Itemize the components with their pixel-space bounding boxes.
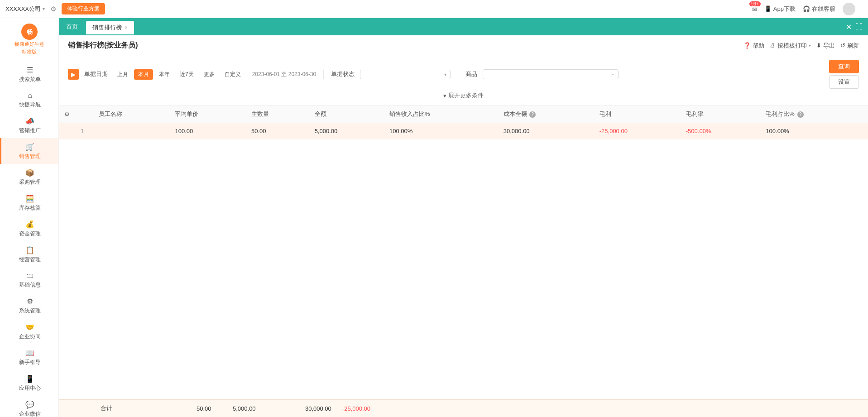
sidebar-logo: 畅 畅康通好生意 标准版 — [0, 18, 58, 61]
sidebar-item-search-order[interactable]: ☰ 搜索菜单 — [0, 61, 58, 87]
sidebar: 畅 畅康通好生意 标准版 ☰ 搜索菜单 ⌂ 快捷导航 📣 营销推广 🛒 销售管理… — [0, 18, 59, 417]
finance-icon: 💰 — [25, 220, 34, 229]
footer-amount: 5,000.00 — [227, 405, 264, 412]
page-actions: ❓ 帮助 🖨 按模板打印 ▾ ⬇ 导出 ↺ 刷新 — [743, 42, 859, 50]
cost-info-icon[interactable]: ? — [529, 111, 536, 118]
tab-close-icon[interactable]: × — [125, 24, 128, 31]
sidebar-item-wechat[interactable]: 💬 企业微信 — [0, 396, 58, 417]
tab-expand-icon[interactable]: ⛶ — [855, 23, 863, 31]
filter-separator-2 — [458, 70, 458, 79]
query-button[interactable]: 查询 — [829, 60, 859, 73]
row-settings — [59, 123, 75, 139]
online-service-button[interactable]: 🎧 在线客服 — [803, 5, 835, 13]
app-download-button[interactable]: 📱 App下载 — [764, 5, 796, 13]
export-button[interactable]: ⬇ 导出 — [816, 42, 835, 50]
avatar[interactable] — [843, 3, 855, 15]
table-body: 1 100.00 50.00 5,000.00 100.00% 30,000.0… — [59, 123, 868, 139]
sidebar-item-quick-nav[interactable]: ⌂ 快捷导航 — [0, 87, 58, 112]
goods-select[interactable]: ··· — [483, 69, 619, 79]
sidebar-item-system[interactable]: ⚙ 系统管理 — [0, 292, 58, 318]
main-layout: 畅 畅康通好生意 标准版 ☰ 搜索菜单 ⌂ 快捷导航 📣 营销推广 🛒 销售管理… — [0, 18, 868, 417]
filter-row-1: ▶ 单据日期 上月 本月 本年 近7天 更多 自定义 2023-06-01 至 … — [68, 60, 859, 89]
sidebar-item-label: 资金管理 — [19, 230, 41, 238]
row-gross-rate: -500.00% — [681, 123, 761, 139]
top-right-actions: ✉ 99+ 📱 App下载 🎧 在线客服 — [752, 3, 863, 15]
footer-gross: -25,000.00 — [337, 405, 376, 412]
company-name: XXXXXX公司 — [5, 5, 41, 13]
filter-expand-icon[interactable]: ▶ — [68, 69, 79, 80]
chevron-down-icon: ▾ — [43, 6, 45, 11]
date-btn-last-month[interactable]: 上月 — [113, 69, 132, 80]
search-icon: ☰ — [27, 66, 33, 74]
row-rank: 1 — [75, 123, 93, 139]
sidebar-item-basic-info[interactable]: 🗃 基础信息 — [0, 267, 58, 292]
settings-button[interactable]: 设置 — [829, 75, 859, 89]
sidebar-item-purchase[interactable]: 📦 采购管理 — [0, 164, 58, 190]
table-footer: 合计 50.00 5,000.00 30,000.00 -25,000.00 — [59, 399, 868, 417]
help-icon: ❓ — [743, 42, 751, 49]
print-button[interactable]: 🖨 按模板打印 ▾ — [770, 42, 811, 50]
print-icon: 🖨 — [770, 42, 776, 49]
sidebar-item-label: 新手引导 — [19, 359, 41, 366]
footer-label: 合计 — [64, 404, 155, 412]
gear-icon[interactable]: ⚙ — [50, 5, 56, 13]
sidebar-item-inventory[interactable]: 🧮 库存核算 — [0, 190, 58, 216]
gross-pct-info-icon[interactable]: ? — [797, 111, 804, 118]
date-btn-custom[interactable]: 自定义 — [221, 69, 245, 80]
refresh-button[interactable]: ↺ 刷新 — [840, 42, 859, 50]
headset-icon: 🎧 — [803, 5, 810, 12]
filter-bar: ▶ 单据日期 上月 本月 本年 近7天 更多 自定义 2023-06-01 至 … — [59, 55, 868, 105]
footer-cost: 30,000.00 — [300, 405, 337, 412]
row-gross-pct: 100.00% — [760, 123, 868, 139]
home-icon: ⌂ — [28, 91, 32, 100]
status-select[interactable]: ▾ — [360, 70, 451, 79]
date-btn-more[interactable]: 更多 — [200, 69, 219, 80]
clipboard-icon: 📋 — [25, 246, 34, 254]
filter-separator — [323, 70, 324, 79]
row-sales-pct: 100.00% — [384, 123, 498, 139]
col-employee-name: 员工名称 — [93, 105, 169, 123]
help-button[interactable]: ❓ 帮助 — [743, 42, 764, 50]
expand-conditions-row: ▾ 展开更多条件 — [68, 89, 859, 101]
col-gross: 毛利 — [594, 105, 681, 123]
svg-text:畅: 畅 — [26, 29, 32, 35]
cart-icon: 🛒 — [25, 143, 34, 151]
megaphone-icon: 📣 — [25, 117, 34, 125]
footer-avg-price — [155, 405, 191, 412]
col-rank — [75, 105, 93, 123]
message-button[interactable]: ✉ 99+ — [752, 4, 757, 14]
col-cost: 成本全额 ? — [498, 105, 594, 123]
status-label: 单据状态 — [331, 70, 355, 78]
tab-close-window-icon[interactable]: ✕ — [846, 23, 852, 31]
table-row: 1 100.00 50.00 5,000.00 100.00% 30,000.0… — [59, 123, 868, 139]
message-badge: 99+ — [749, 1, 761, 6]
tab-home[interactable]: 首页 — [59, 18, 85, 35]
sidebar-item-app-center[interactable]: 📱 应用中心 — [0, 370, 58, 396]
sidebar-item-marketing[interactable]: 📣 营销推广 — [0, 112, 58, 138]
sidebar-item-label: 系统管理 — [19, 307, 41, 315]
sidebar-item-enterprise[interactable]: 🤝 企业协同 — [0, 318, 58, 344]
sidebar-item-operations[interactable]: 📋 经营管理 — [0, 241, 58, 267]
page-content: 销售排行榜(按业务员) ❓ 帮助 🖨 按模板打印 ▾ ⬇ 导出 — [59, 35, 868, 417]
tab-sales-ranking[interactable]: 销售排行榜 × — [86, 21, 134, 34]
expand-conditions-button[interactable]: ▾ 展开更多条件 — [443, 91, 484, 100]
col-settings[interactable]: ⚙ — [59, 105, 75, 123]
date-btn-this-year[interactable]: 本年 — [155, 69, 174, 80]
date-btn-last-7-days[interactable]: 近7天 — [176, 69, 198, 80]
print-arrow-icon: ▾ — [809, 43, 811, 48]
sidebar-item-sales[interactable]: 🛒 销售管理 — [0, 138, 58, 164]
logo-subtitle: 标准版 — [22, 48, 37, 55]
sidebar-item-finance[interactable]: 💰 资金管理 — [0, 216, 58, 241]
table-wrap: ⚙ 员工名称 平均单价 主数量 全额 销售收入占比% 成本全额 ? 毛利 — [59, 105, 868, 399]
goods-dots-icon: ··· — [610, 72, 614, 77]
sidebar-item-beginner[interactable]: 📖 新手引导 — [0, 344, 58, 370]
wechat-icon: 💬 — [25, 400, 34, 409]
expand-icon: ▾ — [443, 92, 446, 99]
inventory-icon: 🧮 — [25, 194, 34, 203]
row-amount: 5,000.00 — [309, 123, 384, 139]
sidebar-item-label: 企业协同 — [19, 333, 41, 340]
date-btn-this-month[interactable]: 本月 — [134, 69, 153, 80]
database-icon: 🗃 — [26, 272, 34, 280]
trial-button[interactable]: 体验行业方案 — [62, 3, 105, 14]
company-selector[interactable]: XXXXXX公司 ▾ — [5, 5, 45, 13]
